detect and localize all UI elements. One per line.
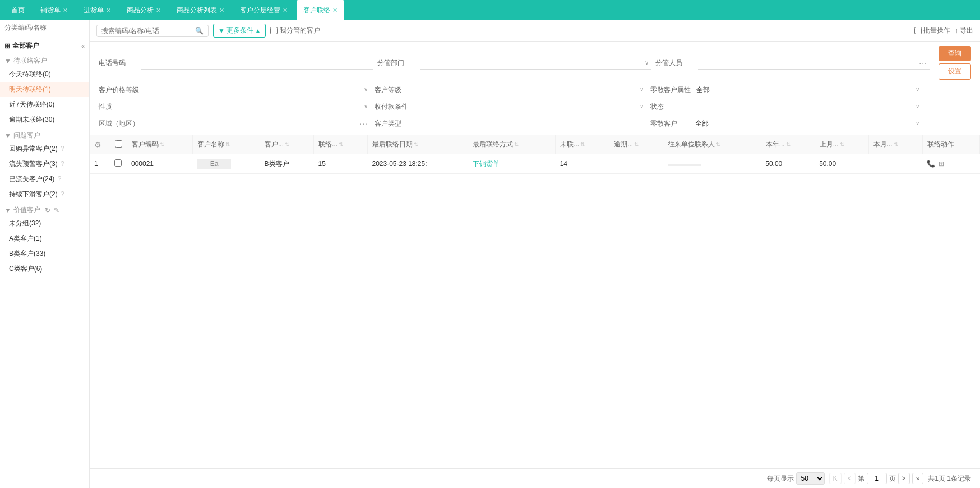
nav-product-analysis[interactable]: 商品分析 ✕ (120, 0, 168, 20)
settings-button[interactable]: 设置 (939, 63, 971, 80)
unit-contact-person-sort-icon: ⇅ (716, 141, 720, 148)
query-button[interactable]: 查询 (939, 46, 971, 61)
first-page-btn[interactable]: K (829, 473, 842, 484)
retail-attribute-select[interactable]: ∨ (713, 83, 922, 96)
unit-contact-person-value (668, 164, 701, 166)
payment-terms-select[interactable]: ∨ (417, 100, 646, 113)
my-customers-toggle[interactable]: 我分管的客户 (270, 26, 320, 35)
my-customers-checkbox[interactable] (270, 27, 278, 34)
sidebar-item-tomorrow-contact[interactable]: 明天待联络(1) (0, 82, 89, 97)
th-current-month[interactable]: 本月... ⇅ (868, 135, 922, 154)
nav-customer-segmentation[interactable]: 客户分层经营 ✕ (233, 0, 294, 20)
last-contact-date-sort-icon: ⇅ (414, 141, 418, 148)
th-overdue[interactable]: 逾期... ⇅ (609, 135, 663, 154)
phone-input[interactable] (141, 56, 373, 70)
nav-product-analysis-list-close[interactable]: ✕ (219, 7, 224, 14)
nav-purchase-order[interactable]: 进货单 ✕ (77, 0, 118, 20)
sidebar-item-lost-customers[interactable]: 流失预警客户(3) ? (0, 156, 89, 172)
th-contact-action: 联络动作 (922, 135, 979, 154)
customer-price-level-select[interactable]: ∨ (142, 83, 370, 96)
th-customer-code[interactable]: 客户编码 ⇅ (127, 135, 193, 154)
nav-purchase-order-close[interactable]: ✕ (106, 7, 111, 14)
sidebar-item-overdue-contact[interactable]: 逾期未联络(30) (0, 112, 89, 127)
page-size-select: 每页显示 50 10 20 100 (767, 472, 825, 485)
status-select[interactable]: ∨ (693, 100, 922, 113)
retail-customer-select[interactable]: ∨ (712, 117, 922, 130)
class-a-label: A类客户(1) (9, 234, 42, 242)
region-input[interactable]: ··· (142, 117, 370, 130)
top-navigation: 首页 销货单 ✕ 进货单 ✕ 商品分析 ✕ 商品分析列表 ✕ 客户分层经营 ✕ … (0, 0, 980, 20)
status-label: 状态 (650, 102, 690, 112)
filter-retail-customer: 零散客户 全部 ∨ (650, 117, 922, 130)
sidebar-item-today-contact[interactable]: 今天待联络(0) (0, 67, 89, 82)
refresh-icon[interactable]: ↻ (45, 206, 50, 214)
branch-dept-select[interactable]: ∨ (420, 56, 651, 70)
retail-customer-value: 全部 (695, 119, 709, 128)
class-b-label: B类客户(33) (9, 250, 45, 257)
sidebar-item-7days-contact[interactable]: 近7天待联络(0) (0, 97, 89, 112)
branch-person-input[interactable]: ··· (698, 56, 930, 70)
customer-type-value: B类客户 (265, 160, 289, 168)
nav-product-analysis-close[interactable]: ✕ (156, 7, 161, 14)
export-label: 导出 (960, 26, 973, 35)
nature-select[interactable]: ∨ (141, 100, 370, 113)
sidebar-item-class-b[interactable]: B类客户(33) (0, 246, 89, 261)
th-unit-contact-person[interactable]: 往来单位联系人 ⇅ (663, 135, 761, 154)
phone-action-icon[interactable]: 📞 (927, 160, 935, 168)
th-current-year[interactable]: 本年... ⇅ (761, 135, 815, 154)
search-input[interactable] (101, 27, 193, 35)
search-icon[interactable]: 🔍 (195, 27, 204, 35)
more-conditions-btn[interactable]: ▼ 更多条件 ▲ (213, 24, 266, 38)
batch-ops-btn[interactable]: 批量操作 (914, 26, 950, 35)
batch-ops-checkbox[interactable] (914, 27, 922, 34)
prev-page-btn[interactable]: < (844, 473, 856, 484)
retail-customer-label: 零散客户 (650, 119, 690, 128)
sidebar-item-ungrouped[interactable]: 未分组(32) (0, 216, 89, 231)
value-customers-section[interactable]: ▼ 价值客户 ↻ ✎ (0, 202, 89, 216)
branch-person-label: 分管人员 (655, 58, 695, 68)
td-current-year: 50.00 (761, 154, 815, 174)
customer-type-input[interactable] (417, 117, 646, 130)
th-contact-count[interactable]: 联络... ⇅ (313, 135, 367, 154)
th-uncontacted[interactable]: 未联... ⇅ (556, 135, 609, 154)
sidebar-item-churned-customers[interactable]: 已流失客户(24) ? (0, 172, 89, 187)
pending-contact-section[interactable]: ▼ 待联络客户 (0, 53, 89, 67)
customer-level-select[interactable]: ∨ (417, 83, 646, 96)
td-index: 1 (90, 154, 110, 174)
th-customer-name[interactable]: 客户名称 ⇅ (193, 135, 260, 154)
collapse-icon[interactable]: « (81, 43, 85, 49)
nav-home[interactable]: 首页 (4, 0, 31, 20)
nav-product-analysis-list[interactable]: 商品分析列表 ✕ (170, 0, 231, 20)
overdue-contact-label: 逾期未联络(30) (9, 116, 54, 123)
sidebar-item-class-a[interactable]: A类客户(1) (0, 231, 89, 246)
sidebar-item-repurchase-abnormal[interactable]: 回购异常客户(2) ? (0, 141, 89, 156)
page-size-dropdown[interactable]: 50 10 20 100 (796, 472, 825, 485)
th-last-contact-date[interactable]: 最后联络日期 ⇅ (367, 135, 468, 154)
sidebar-item-declining-customers[interactable]: 持续下滑客户(2) ? (0, 187, 89, 202)
sidebar-all-customers[interactable]: ⊞ 全部客户 « (0, 38, 89, 53)
row-checkbox[interactable] (114, 159, 122, 167)
current-page-input[interactable] (867, 473, 887, 484)
problem-customers-section[interactable]: ▼ 问题客户 (0, 127, 89, 141)
qr-action-icon[interactable]: ⊞ (939, 160, 944, 168)
table-header-row: ⚙ 客户编码 ⇅ 客户名称 (90, 135, 980, 154)
nav-sales-order-close[interactable]: ✕ (63, 7, 68, 14)
nav-customer-segmentation-close[interactable]: ✕ (283, 7, 288, 14)
th-last-contact-method[interactable]: 最后联络方式 ⇅ (468, 135, 556, 154)
sidebar-item-class-c[interactable]: C类客户(6) (0, 261, 89, 277)
edit-icon[interactable]: ✎ (54, 206, 59, 214)
export-btn[interactable]: ↑ 导出 (955, 26, 973, 35)
nav-customer-contact-close[interactable]: ✕ (332, 7, 338, 14)
next-page-btn[interactable]: > (898, 473, 910, 484)
gear-settings-icon[interactable]: ⚙ (94, 140, 101, 149)
nav-sales-order[interactable]: 销货单 ✕ (34, 0, 75, 20)
last-page-btn[interactable]: » (912, 473, 924, 484)
declining-customers-label: 持续下滑客户(2) (9, 190, 58, 198)
last-contact-method-value[interactable]: 下销货单 (473, 160, 500, 168)
nav-customer-contact[interactable]: 客户联络 ✕ (297, 0, 344, 20)
td-checkbox (110, 154, 127, 174)
select-all-checkbox[interactable] (115, 140, 122, 148)
sidebar-search-input[interactable] (4, 24, 89, 31)
th-customer-type[interactable]: 客户... ⇅ (260, 135, 314, 154)
th-last-month[interactable]: 上月... ⇅ (815, 135, 868, 154)
